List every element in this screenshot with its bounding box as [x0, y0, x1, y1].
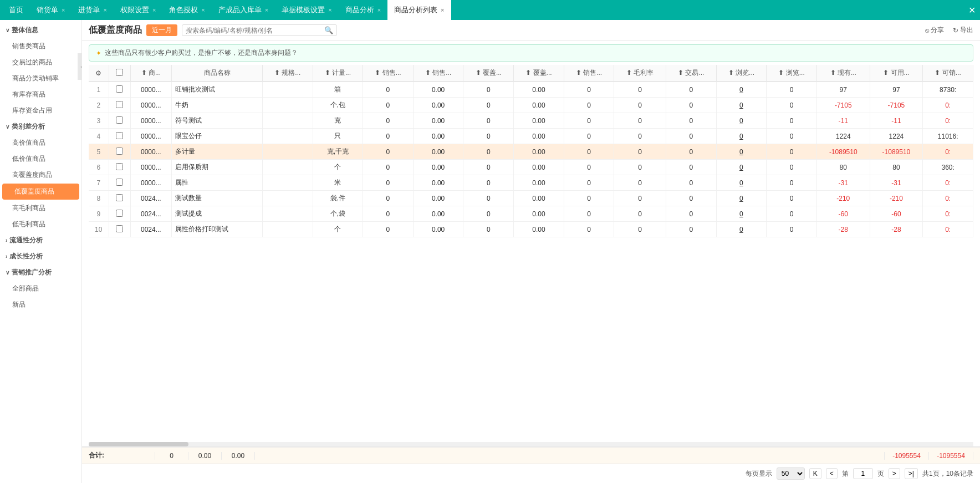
share-button[interactable]: ⎋ 分享	[925, 26, 944, 35]
close-icon[interactable]: ×	[152, 7, 156, 13]
sidebar-item-sales-goods[interactable]: 销售类商品	[0, 38, 81, 54]
row-code: 0000...	[130, 129, 172, 144]
row-browse1[interactable]: 0	[716, 113, 767, 129]
row-browse1[interactable]: 0	[716, 98, 767, 113]
last-page-button[interactable]: >|	[905, 468, 918, 479]
nav-tab-home[interactable]: 首页	[2, 0, 30, 20]
sidebar-item-stock-capital[interactable]: 库存资金占用	[0, 103, 81, 119]
row-code: 0000...	[130, 160, 172, 175]
close-icon[interactable]: ×	[441, 7, 444, 13]
sidebar-section-overall[interactable]: ∨ 整体信息	[0, 22, 81, 38]
horizontal-scrollbar[interactable]	[89, 442, 973, 446]
select-all-checkbox[interactable]	[116, 69, 123, 76]
row-checkbox-input[interactable]	[116, 101, 123, 108]
row-browse1[interactable]: 0	[716, 191, 767, 206]
row-code: 0000...	[130, 144, 172, 160]
row-checkbox[interactable]	[109, 191, 130, 206]
row-sales1: 0	[363, 82, 414, 98]
nav-tab-template[interactable]: 单据模板设置 ×	[275, 0, 338, 20]
row-checkbox[interactable]	[109, 113, 130, 129]
row-checkbox[interactable]	[109, 98, 130, 113]
sidebar-collapse-button[interactable]: «	[78, 53, 82, 80]
nav-tab-permission[interactable]: 权限设置 ×	[114, 0, 162, 20]
footer-current-val: -1095554	[885, 452, 929, 460]
row-browse1[interactable]: 0	[716, 129, 767, 144]
nav-tab-purchase[interactable]: 进货单 ×	[72, 0, 113, 20]
row-unit: 个,包	[313, 98, 363, 113]
footer-cover2-val: 0.00	[222, 452, 255, 460]
row-browse2: 0	[767, 82, 817, 98]
search-input[interactable]	[186, 27, 324, 34]
row-current: -7105	[816, 98, 870, 113]
close-icon[interactable]: ×	[377, 7, 381, 13]
row-browse1[interactable]: 0	[716, 82, 767, 98]
row-saleable: 0:	[923, 175, 973, 191]
scrollbar-thumb[interactable]	[89, 442, 188, 446]
row-browse1[interactable]: 0	[716, 222, 767, 237]
row-code: 0000...	[130, 175, 172, 191]
row-available: 1224	[870, 129, 923, 144]
next-page-button[interactable]: >	[889, 468, 900, 479]
row-checkbox-input[interactable]	[116, 210, 123, 217]
sidebar-section-growth[interactable]: › 成长性分析	[0, 248, 81, 265]
row-checkbox-input[interactable]	[116, 85, 123, 93]
close-icon[interactable]: ×	[201, 7, 205, 13]
row-trade: 0	[666, 175, 716, 191]
sidebar-item-low-value[interactable]: 低价值商品	[0, 151, 81, 167]
row-checkbox-input[interactable]	[116, 116, 123, 124]
row-cover2: 0.00	[514, 222, 564, 237]
close-icon[interactable]: ×	[62, 7, 65, 13]
per-page-select[interactable]: 50 100 200	[777, 467, 805, 480]
row-checkbox-input[interactable]	[116, 163, 123, 170]
sidebar-item-low-coverage[interactable]: 低覆盖度商品	[2, 184, 79, 200]
settings-icon[interactable]: ⚙	[95, 69, 101, 77]
prev-page-button[interactable]: <	[826, 468, 838, 479]
row-checkbox[interactable]	[109, 129, 130, 144]
sidebar-item-new-goods[interactable]: 新品	[0, 297, 81, 313]
sidebar-item-high-margin[interactable]: 高毛利商品	[0, 200, 81, 216]
row-checkbox-input[interactable]	[116, 148, 123, 155]
close-icon[interactable]: ×	[265, 7, 268, 13]
footer-available-val: -1095554	[929, 452, 973, 460]
row-checkbox-input[interactable]	[116, 194, 123, 201]
nav-tab-analysis[interactable]: 商品分析 ×	[339, 0, 387, 20]
sidebar-item-category-rate[interactable]: 商品分类动销率	[0, 70, 81, 87]
row-browse1[interactable]: 0	[716, 175, 767, 191]
sidebar-item-low-margin[interactable]: 低毛利商品	[0, 216, 81, 232]
current-page-input[interactable]	[853, 468, 873, 479]
close-icon[interactable]: ×	[328, 7, 331, 13]
row-checkbox[interactable]	[109, 222, 130, 237]
row-checkbox[interactable]	[109, 160, 130, 175]
sidebar-item-high-value[interactable]: 高价值商品	[0, 135, 81, 151]
sidebar-item-high-coverage[interactable]: 高覆盖度商品	[0, 167, 81, 183]
nav-tab-analysis-list[interactable]: 商品分析列表 ×	[387, 0, 451, 20]
row-browse1[interactable]: 0	[716, 206, 767, 222]
sidebar-section-category-diff[interactable]: ∨ 类别差分析	[0, 119, 81, 135]
row-browse1[interactable]: 0	[716, 160, 767, 175]
row-checkbox[interactable]	[109, 82, 130, 98]
nav-tab-role[interactable]: 角色授权 ×	[162, 0, 211, 20]
sidebar-item-in-stock[interactable]: 有库存商品	[0, 87, 81, 103]
row-browse1[interactable]: 0	[716, 144, 767, 160]
col-spec: ⬆ 规格...	[262, 65, 313, 82]
nav-tab-warehouse[interactable]: 产成品入库单 ×	[212, 0, 275, 20]
time-filter-button[interactable]: 近一月	[146, 24, 177, 36]
close-all-icon[interactable]: ✕	[968, 5, 976, 16]
sidebar-item-traded-goods[interactable]: 交易过的商品	[0, 54, 81, 70]
row-checkbox[interactable]	[109, 175, 130, 191]
row-checkbox-input[interactable]	[116, 132, 123, 139]
sidebar-section-marketing[interactable]: ∨ 营销推广分析	[0, 265, 81, 281]
row-checkbox[interactable]	[109, 206, 130, 222]
sidebar-section-flow[interactable]: › 流通性分析	[0, 232, 81, 248]
col-settings[interactable]: ⚙	[89, 65, 109, 82]
row-name: 启用保质期	[172, 160, 263, 175]
row-checkbox-input[interactable]	[116, 179, 123, 186]
sidebar-item-all-goods[interactable]: 全部商品	[0, 281, 81, 297]
nav-tab-sales[interactable]: 销货单 ×	[30, 0, 72, 20]
row-checkbox[interactable]	[109, 144, 130, 160]
row-checkbox-input[interactable]	[116, 225, 123, 232]
first-page-button[interactable]: K	[809, 468, 821, 479]
close-icon[interactable]: ×	[103, 7, 106, 13]
export-button[interactable]: ↻ 导出	[953, 26, 973, 35]
page-label: 第	[842, 469, 849, 479]
